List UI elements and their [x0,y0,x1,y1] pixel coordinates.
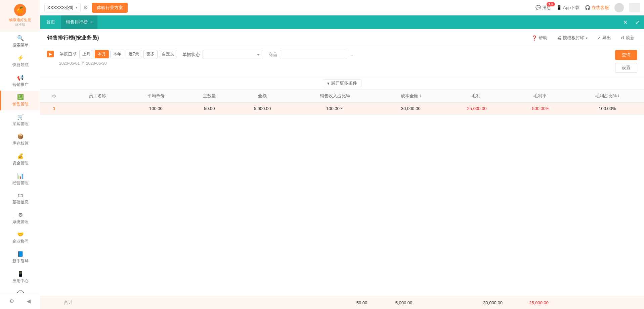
rank-num: 1 [53,106,55,111]
nav-icon-basic: 🗃 [18,192,23,198]
user-info[interactable] [629,3,640,12]
nav-icon-inventory: 📦 [17,133,24,140]
rank-cell: 1 [40,103,68,115]
print-label: 按模板打印 [563,35,585,41]
name-cell [68,103,127,115]
gross-cell: -25,000.00 [443,103,510,115]
gross-rate-cell: -500.00% [509,103,571,115]
print-btn[interactable]: 🖨 按模板打印 ▾ [554,34,590,42]
more-date-btn[interactable]: 更多 [143,50,158,58]
sidebar-item-operation[interactable]: 📊经营管理 [0,169,40,189]
custom-date-btn[interactable]: 自定义 [159,50,177,58]
sidebar-item-guide[interactable]: 📘新手引导 [0,248,40,267]
sidebar-item-sales[interactable]: 💹销售管理 [0,91,40,110]
tab-close-icon[interactable]: × [90,20,93,24]
nav-icon-search: 🔍 [17,35,24,41]
tab-label: 销售排行榜 [66,19,88,25]
goods-label: 商品 [268,52,277,58]
filter-area: ▶ 单据日期 上月 本月 本年 近7天 更多 自定义 [40,46,644,77]
settings-bottom-icon[interactable]: ⚙ [8,297,15,306]
nav-label-app: 应用中心 [12,278,29,284]
close-window-icon[interactable]: ✕ [619,15,632,29]
avg-price-cell: 100.00 [127,103,185,115]
total-cell: 5,000.00 [233,103,291,115]
nav-label-basic: 基础信息 [12,200,29,205]
logo-sub: 标准版 [15,22,25,27]
sales-pct-cell: 100.00% [291,103,378,115]
page-actions: ❓ 帮助 🖨 按模板打印 ▾ ↗ 导出 ↺ 刷新 [529,34,637,42]
collapse-filter-btn[interactable]: ▶ [47,51,54,57]
sidebar-item-inventory[interactable]: 📦库存核算 [0,130,40,150]
footer-gross: -25,000.00 [520,300,557,305]
date-label: 单据日期 [59,51,77,57]
nav-label-search: 搜索菜单 [12,43,29,48]
trial-btn[interactable]: 体验行业方案 [92,3,128,13]
nav-label-quick: 快捷导航 [12,62,29,68]
settings-btn[interactable]: 设置 [615,63,637,73]
cost-total-col-header: 成本全额 ℹ [379,90,443,103]
sidebar-item-system[interactable]: ⚙系统管理 [0,208,40,228]
nav-label-funds: 资金管理 [12,161,29,166]
expand-window-icon[interactable]: ⤢ [632,15,644,29]
nav-label-cooperate: 企业协同 [12,239,29,244]
refresh-btn[interactable]: ↺ 刷新 [618,34,637,42]
gross-rate-col-header: 毛利率 [509,90,571,103]
gear-icon[interactable]: ⚙ [83,4,88,11]
company-selector[interactable]: XXXXXX公司 ▾ [44,3,81,12]
prev-month-btn[interactable]: 上月 [79,50,93,58]
sidebar-item-cooperate[interactable]: 🤝企业协同 [0,228,40,248]
curr-year-btn[interactable]: 本年 [110,50,124,58]
footer-main-qty: 50.00 [345,300,379,305]
table-row: 1 100.00 50.00 5,000.00 100.00% 30,000.0… [40,103,644,115]
sidebar-item-search[interactable]: 🔍搜索菜单 [0,32,40,51]
online-service-btn[interactable]: 🎧 在线客服 [585,5,609,11]
service-label: 在线客服 [592,5,609,11]
export-btn[interactable]: ↗ 导出 [594,34,614,42]
sidebar-item-basic[interactable]: 🗃基础信息 [0,189,40,208]
refresh-icon: ↺ [620,35,625,41]
sidebar-item-quick[interactable]: ⚡快捷导航 [0,51,40,71]
status-label: 单据状态 [182,52,200,58]
app-download-btn[interactable]: 📱 App下载 [556,5,579,11]
total-col-header: 全额 [233,90,291,103]
goods-input[interactable] [280,50,347,59]
tab-sales-ranking[interactable]: 销售排行榜 × [61,15,97,29]
filter-right: 查询 设置 [615,50,637,73]
message-badge: 99+ [547,2,555,6]
sidebar-item-app[interactable]: 📱应用中心 [0,267,40,287]
settings-col-header[interactable]: ⚙ [40,90,68,103]
status-select[interactable] [203,50,263,59]
gross-pct-col-header: 毛利占比% ℹ [571,90,644,103]
nav-icon-quick: ⚡ [17,55,24,61]
tab-home[interactable]: 首页 [40,15,61,29]
nav-icon-operation: 📊 [17,173,24,179]
sales-pct-col-header: 销售收入占比% [291,90,378,103]
sidebar-item-purchase[interactable]: 🛒采购管理 [0,110,40,130]
main-qty-col-header: 主数量 [185,90,233,103]
nav-icon-purchase: 🛒 [17,114,24,120]
query-btn[interactable]: 查询 [615,50,637,60]
collapse-icon[interactable]: ◀ [25,297,32,306]
app-label: App下载 [563,5,579,11]
sidebar-bottom: ⚙ ◀ [0,293,40,309]
last-7-days-btn[interactable]: 近7天 [126,50,142,58]
message-btn[interactable]: 💬 消息 99+ [535,5,551,11]
avatar[interactable] [614,3,624,12]
goods-more-icon[interactable]: ... [350,52,353,57]
settings-icon: ⚙ [52,94,56,99]
nav-label-sales: 销售管理 [12,102,29,107]
date-buttons: 上月 本月 本年 近7天 更多 自定义 [79,50,177,58]
help-icon: ❓ [531,35,537,41]
table-footer: 合计 50.00 5,000.00 30,000.00 -25,000.00 [40,296,644,309]
tabbar: 首页 销售排行榜 × ✕ ⤢ [40,15,644,29]
expand-down-icon: ▾ [327,81,330,86]
nav-label-marketing: 营销推广 [12,82,29,88]
sidebar-item-funds[interactable]: 💰资金管理 [0,150,40,169]
nav-icon-cooperate: 🤝 [17,231,24,238]
sidebar-item-wechat[interactable]: 💬企业微信 [0,287,40,293]
sidebar-item-marketing[interactable]: 📢营销推广 [0,71,40,91]
page-title: 销售排行榜(按业务员) [47,35,99,42]
expand-conditions-btn[interactable]: ▾ 展开更多条件 [323,79,361,87]
help-btn[interactable]: ❓ 帮助 [529,34,550,42]
curr-month-btn[interactable]: 本月 [95,50,109,58]
